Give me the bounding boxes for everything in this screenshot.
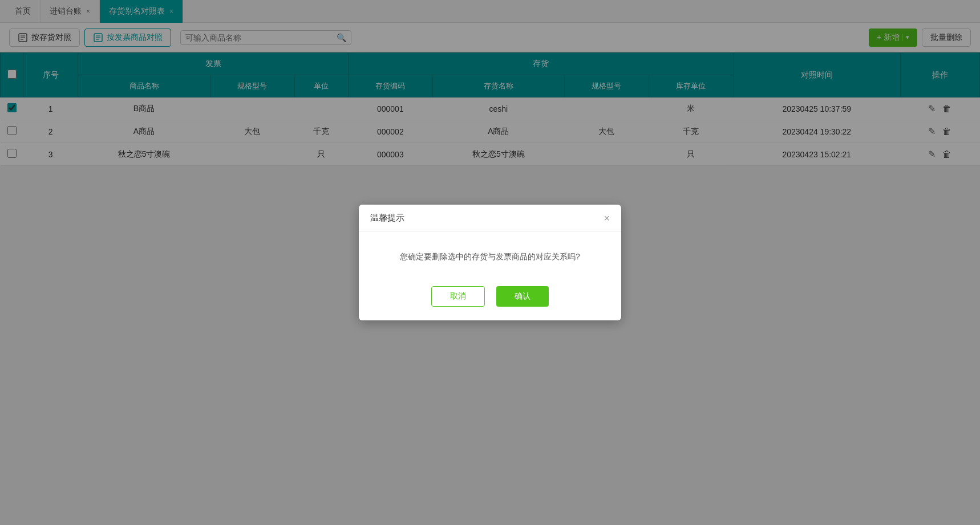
modal-overlay: 温馨提示 × 您确定要删除选中的存货与发票商品的对应关系吗? 取消 确认 xyxy=(0,0,980,166)
